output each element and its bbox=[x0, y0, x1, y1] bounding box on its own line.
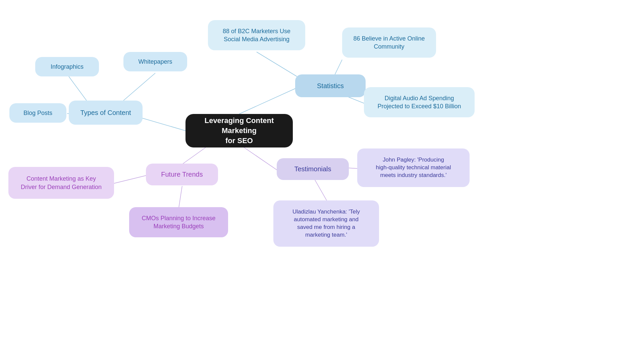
svg-line-10 bbox=[179, 186, 182, 208]
svg-line-5 bbox=[257, 52, 297, 76]
blog-posts-label: Blog Posts bbox=[23, 109, 52, 117]
center-label: Leveraging Content Marketing for SEO bbox=[192, 116, 286, 145]
statistics-label: Statistics bbox=[317, 81, 344, 90]
future-trends-label: Future Trends bbox=[161, 170, 203, 179]
b2c-marketers-node: 88 of B2C Marketers Use Social Media Adv… bbox=[208, 20, 305, 50]
types-of-content-node: Types of Content bbox=[69, 101, 143, 125]
believe-online-label: 86 Believe in Active Online Community bbox=[353, 35, 425, 51]
blog-posts-node: Blog Posts bbox=[9, 103, 66, 123]
testimonials-node: Testimonials bbox=[277, 158, 349, 180]
b2c-marketers-label: 88 of B2C Marketers Use Social Media Adv… bbox=[223, 27, 290, 44]
infographics-node: Infographics bbox=[35, 57, 99, 76]
uladizlau-node: Uladizlau Yanchenka: 'Tely automated mar… bbox=[273, 200, 379, 247]
statistics-node: Statistics bbox=[295, 74, 366, 97]
svg-line-8 bbox=[182, 147, 206, 164]
infographics-label: Infographics bbox=[51, 63, 84, 71]
svg-line-2 bbox=[123, 73, 155, 101]
content-marketing-driver-label: Content Marketing as Key Driver for Dema… bbox=[21, 175, 102, 191]
content-marketing-driver-node: Content Marketing as Key Driver for Dema… bbox=[8, 167, 114, 199]
center-node: Leveraging Content Marketing for SEO bbox=[185, 114, 293, 147]
john-pagley-node: John Pagley: 'Producing high-quality tec… bbox=[357, 148, 470, 187]
svg-line-4 bbox=[239, 88, 297, 114]
digital-audio-node: Digital Audio Ad Spending Projected to E… bbox=[364, 87, 475, 117]
cmos-planning-node: CMOs Planning to Increase Marketing Budg… bbox=[129, 207, 228, 237]
cmos-planning-label: CMOs Planning to Increase Marketing Budg… bbox=[142, 214, 215, 231]
svg-line-11 bbox=[239, 144, 278, 171]
believe-online-node: 86 Believe in Active Online Community bbox=[342, 27, 436, 58]
john-pagley-label: John Pagley: 'Producing high-quality tec… bbox=[376, 156, 451, 179]
whitepapers-node: Whitepapers bbox=[123, 52, 187, 71]
svg-line-13 bbox=[314, 178, 327, 201]
types-of-content-label: Types of Content bbox=[80, 108, 131, 117]
future-trends-node: Future Trends bbox=[146, 164, 218, 185]
whitepapers-label: Whitepapers bbox=[138, 58, 172, 66]
testimonials-label: Testimonials bbox=[294, 165, 331, 174]
digital-audio-label: Digital Audio Ad Spending Projected to E… bbox=[377, 94, 461, 111]
svg-line-1 bbox=[69, 76, 87, 101]
uladizlau-label: Uladizlau Yanchenka: 'Tely automated mar… bbox=[292, 208, 360, 239]
svg-line-9 bbox=[114, 175, 147, 183]
